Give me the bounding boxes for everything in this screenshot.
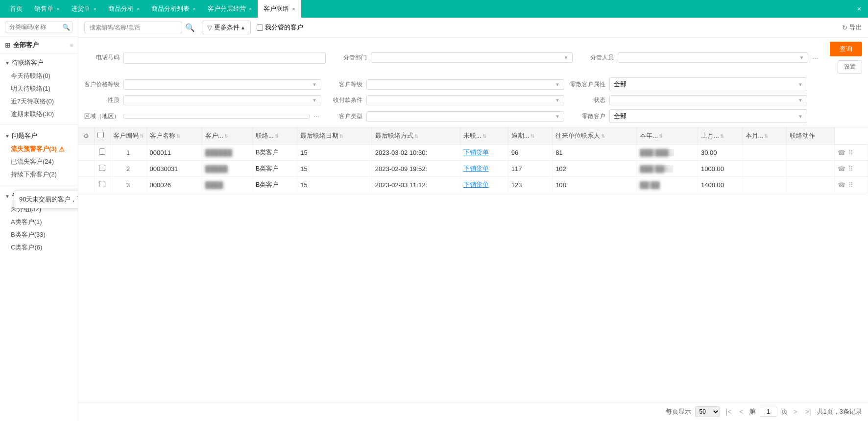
sidebar-item-7days[interactable]: 近7天待联络(0) [0,95,78,108]
sidebar-group-problem-header[interactable]: ▼ 问题客户 [0,129,78,143]
sort-uncontacted-icon[interactable]: ⇅ [482,133,486,139]
more-conditions-label: 更多条件 [214,23,240,32]
main-layout: 🔍 ⊞ 全部客户 « ▼ 待联络客户 今天待联络(0) 明天待联络(1) 近7天… [0,18,868,421]
filter-label-status: 状态 [570,96,609,104]
row-checkbox[interactable] [99,181,105,187]
select-all-checkbox[interactable] [97,132,104,138]
sort-name-icon[interactable]: ⇅ [176,133,180,139]
row-uncontacted: 117 [508,161,552,177]
sidebar-item-overdue-contact[interactable]: 逾期未联络(30) [0,108,78,121]
tab-sales[interactable]: 销售单 × [28,0,65,18]
sidebar-item-declining[interactable]: 持续下滑客户(2) [0,168,78,181]
row-checkbox[interactable] [99,149,105,155]
my-customers-checkbox-label[interactable]: 我分管的客户 [257,23,303,32]
sort-type-icon[interactable]: ⇅ [224,133,228,139]
tab-purchase[interactable]: 进货单 × [65,0,102,18]
tab-analysis[interactable]: 商品分析 × [102,0,145,18]
action-more-icon[interactable]: ⠿ [848,149,853,156]
top-nav: 首页 销售单 × 进货单 × 商品分析 × 商品分析列表 × 客户分层经营 × … [0,0,868,18]
close-window-icon[interactable]: × [854,4,864,14]
tab-home[interactable]: 首页 [4,0,28,18]
sidebar-item-today[interactable]: 今天待联络(0) [0,70,78,82]
tab-customer-contact-close[interactable]: × [292,6,295,12]
my-customers-checkbox[interactable] [257,25,263,31]
tab-analysis-list-close[interactable]: × [193,6,195,12]
more-conditions-button[interactable]: ▽ 更多条件 ▲ [202,21,251,34]
filter-select-customer-type[interactable]: ▼ [366,111,564,122]
filter-label-dept: 分管部门 [332,53,371,62]
sidebar-item-c-class[interactable]: C类客户(6) [0,241,78,254]
collapse-icon[interactable]: « [70,42,73,48]
col-checkbox [94,127,110,145]
filter-select-region[interactable] [123,114,310,119]
sort-last-month-icon[interactable]: ⇅ [720,133,724,139]
settings-button[interactable]: 设置 [838,60,862,74]
all-customers-item[interactable]: ⊞ 全部客户 « [0,37,78,54]
tab-customer-layer-close[interactable]: × [249,6,252,12]
sidebar-group-problem-label: 问题客户 [12,131,37,140]
tab-customer-contact-label: 客户联络 [264,4,289,13]
query-button[interactable]: 查询 [830,42,862,56]
filter-select-retail-customer[interactable]: 全部 ▼ [609,109,807,123]
filter-select-retail-attr[interactable]: 全部 ▼ [609,77,807,91]
sidebar-item-b-class[interactable]: B类客户(33) [0,228,78,241]
row-checkbox[interactable] [99,165,105,171]
sidebar-item-churn-warning[interactable]: 流失预警客户(3) ⚠ [0,143,78,155]
col-gear[interactable]: ⚙ [78,127,94,145]
filter-input-phone[interactable] [123,52,326,64]
export-icon: ↻ [842,24,847,31]
page-suffix: 页 [781,407,788,416]
sidebar-item-tomorrow[interactable]: 明天待联络(1) [0,82,78,95]
action-phone-icon[interactable]: ☎ [838,165,845,173]
divider-2 [0,185,78,185]
page-input[interactable] [760,407,777,417]
row-contact: 15 [297,177,372,193]
sidebar-item-churned[interactable]: 已流失客户(24) [0,155,78,168]
filter-select-payment[interactable]: ▼ [366,95,564,105]
filter-search-input[interactable] [84,22,182,33]
next-page-button[interactable]: > [792,408,799,416]
tab-analysis-close[interactable]: × [137,6,140,12]
sort-partner-icon[interactable]: ⇅ [601,133,605,139]
sort-overdue-icon[interactable]: ⇅ [530,133,534,139]
tab-sales-close[interactable]: × [56,6,59,12]
sort-code-icon[interactable]: ⇅ [140,133,144,139]
action-more-icon[interactable]: ⠿ [848,181,853,189]
per-page-select[interactable]: 50 100 200 [695,406,720,417]
filter-select-person[interactable]: ▼ [618,52,808,63]
filter-select-nature[interactable]: ▼ [123,95,321,105]
customer-table: ⚙ 客户编码⇅ 客户名称⇅ 客户...⇅ [78,127,868,193]
last-page-button[interactable]: >| [803,408,813,416]
row-gear [78,145,94,161]
prev-page-button[interactable]: < [737,408,745,416]
filter-select-dept[interactable]: ▼ [371,52,573,63]
person-dots-button[interactable]: ··· [810,54,820,62]
filter-select-customer-level[interactable]: ▼ [366,79,564,90]
row-name: ████ [202,177,252,193]
sort-contact-icon[interactable]: ⇅ [275,133,279,139]
sidebar-item-a-class[interactable]: A类客户(1) [0,216,78,228]
action-phone-icon[interactable]: ☎ [838,149,845,156]
sidebar-group-pending-header[interactable]: ▼ 待联络客户 [0,56,78,70]
filter-select-status[interactable]: ▼ [609,95,807,105]
chevron-up-icon: ▲ [241,25,245,30]
row-checkbox-cell [94,177,110,193]
action-phone-icon[interactable]: ☎ [838,181,845,189]
sort-this-year-icon[interactable]: ⇅ [659,133,663,139]
sort-this-month-icon[interactable]: ⇅ [764,133,768,139]
sort-method-icon[interactable]: ⇅ [414,133,418,139]
tab-purchase-close[interactable]: × [93,6,96,12]
action-more-icon[interactable]: ⠿ [848,165,853,173]
sort-date-icon[interactable]: ⇅ [339,133,343,139]
tab-analysis-list[interactable]: 商品分析列表 × [145,0,201,18]
filter-search-button[interactable]: 🔍 [182,23,198,32]
first-page-button[interactable]: |< [724,408,734,416]
export-button[interactable]: ↻ 导出 [842,23,862,32]
filter-select-price-level[interactable]: ▼ [123,79,321,90]
filter-field-price-level: 客户价格等级 ▼ [84,79,321,90]
tab-customer-contact[interactable]: 客户联络 × [258,0,301,18]
region-dots-button[interactable]: ··· [312,112,321,120]
tab-analysis-label: 商品分析 [108,4,134,13]
row-num: 1 [110,145,146,161]
tab-customer-layer[interactable]: 客户分层经营 × [202,0,258,18]
